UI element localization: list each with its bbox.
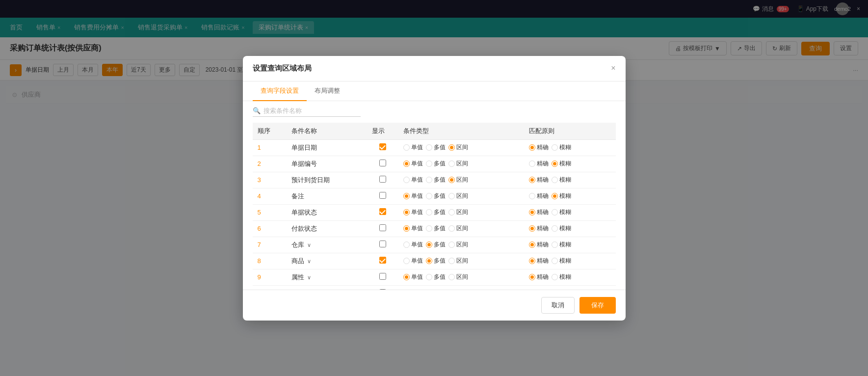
search-input[interactable]	[263, 107, 352, 110]
modal-close-button[interactable]: ×	[611, 64, 615, 73]
modal-tab-layout[interactable]: 布局调整	[307, 81, 348, 101]
search-icon: 🔍	[253, 107, 261, 110]
modal-tabs: 查询字段设置 布局调整	[243, 81, 626, 101]
modal-search-area: 🔍	[243, 101, 626, 110]
modal-header: 设置查询区域布局 ×	[243, 56, 626, 81]
modal-title: 设置查询区域布局	[253, 64, 312, 73]
search-wrapper: 🔍	[253, 107, 361, 110]
modal-tab-query-fields[interactable]: 查询字段设置	[253, 81, 307, 101]
settings-modal: 设置查询区域布局 × 查询字段设置 布局调整 🔍	[243, 56, 626, 110]
modal-overlay: 设置查询区域布局 × 查询字段设置 布局调整 🔍	[0, 0, 868, 109]
